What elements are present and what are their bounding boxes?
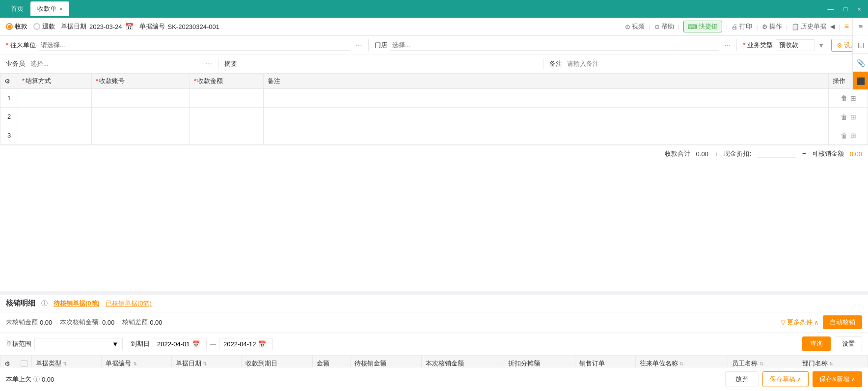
- radio-refund[interactable]: 退款: [33, 22, 55, 31]
- tab-receipt[interactable]: 收款单 ×: [30, 1, 69, 16]
- unchecked-stat: 未核销金额 0.00: [6, 318, 52, 327]
- bill-no-value[interactable]: SK-20230324-001: [168, 23, 220, 30]
- maximize-button[interactable]: □: [841, 4, 851, 14]
- row3-no: 3: [0, 126, 18, 145]
- radio-refund-label: 退款: [42, 22, 55, 31]
- summary-input[interactable]: [240, 58, 537, 69]
- row3-amount[interactable]: [190, 126, 264, 145]
- salesperson-dots-icon[interactable]: ···: [206, 59, 212, 68]
- discount-label: 现金折扣:: [724, 149, 751, 158]
- radio-receipt[interactable]: 收款: [6, 22, 27, 31]
- discount-input[interactable]: [757, 150, 796, 158]
- row1-amount[interactable]: [190, 89, 264, 108]
- counterpart-input[interactable]: [39, 40, 351, 51]
- tab-home[interactable]: 首页: [4, 1, 30, 16]
- row1-delete-button[interactable]: 🗑: [841, 94, 847, 102]
- tab-close-icon[interactable]: ×: [59, 6, 62, 12]
- auto-writeoff-button[interactable]: 自动核销: [823, 315, 862, 329]
- sep5: |: [786, 23, 787, 30]
- row2-actions: 🗑 ⊞: [829, 108, 868, 126]
- bill-date-value[interactable]: 2023-03-24: [89, 23, 122, 30]
- col-counterpart-label: 往来单位名称: [640, 360, 678, 367]
- due-date-from-input[interactable]: 2022-04-01 📅: [153, 338, 207, 350]
- row2-account[interactable]: [92, 108, 190, 126]
- row2-payment-method[interactable]: [18, 108, 92, 126]
- row1-remark[interactable]: [264, 89, 829, 108]
- sidebar-icon-expand[interactable]: ⬛: [853, 72, 868, 90]
- chevron-down-icon[interactable]: ▼: [818, 42, 824, 49]
- business-type-select[interactable]: 预收款: [776, 39, 815, 51]
- shop-input[interactable]: [390, 40, 719, 51]
- auto-writeoff-label: 自动核销: [830, 318, 855, 326]
- save-draft-button[interactable]: 保存草稿 ∧: [762, 371, 809, 387]
- divider3: [218, 58, 218, 70]
- row3-payment-method[interactable]: [18, 126, 92, 145]
- row2-remark[interactable]: [264, 108, 829, 126]
- help-action[interactable]: ⊙ 帮助: [654, 22, 674, 31]
- bill-no-label: 单据编号: [139, 22, 165, 31]
- sidebar-icon-attachment[interactable]: 📎: [853, 54, 868, 72]
- calendar-icon[interactable]: 📅: [125, 23, 134, 30]
- remark-input[interactable]: [565, 58, 862, 69]
- settings-bottom-icon[interactable]: ⚙: [4, 360, 10, 367]
- nav-prev[interactable]: ◀: [830, 23, 835, 30]
- abandon-button[interactable]: 放弃: [725, 371, 759, 387]
- operation-icon: ⚙: [762, 23, 768, 30]
- form-row-1: 往来单位 ··· 门店 ··· 业务类型 预收款 ▼ ⚙ 设置: [0, 36, 868, 55]
- due-date-to-value: 2022-04-12: [223, 340, 256, 348]
- col-bill-no-label: 单据编号: [106, 360, 131, 367]
- done-tab[interactable]: 已核销单据(0笔): [106, 299, 152, 308]
- col-due-date-label: 收款到期日: [245, 360, 277, 367]
- help-icon: ⊙: [654, 23, 660, 30]
- col-sales-order-label: 销售订单: [579, 360, 605, 367]
- business-type-field: 业务类型 预收款 ▼ ⚙ 设置: [743, 39, 862, 52]
- col-settings-header[interactable]: ⚙: [0, 74, 18, 89]
- win-controls: — □ ×: [825, 4, 864, 14]
- query-label: 查询: [810, 340, 823, 347]
- select-all-checkbox[interactable]: [21, 360, 27, 367]
- row1-copy-button[interactable]: ⊞: [850, 94, 856, 102]
- save-new-button[interactable]: 保存&新增 ∧: [813, 371, 862, 387]
- print-action[interactable]: 🖨 打印: [732, 22, 752, 31]
- more-conditions-button[interactable]: ▽ 更多条件 ∧: [781, 318, 819, 327]
- counterpart-dots-icon[interactable]: ···: [355, 41, 362, 50]
- range-select[interactable]: ▼: [34, 338, 123, 350]
- writeoff-title: 核销明细: [6, 299, 35, 308]
- sidebar-icon-table[interactable]: ▤: [853, 36, 868, 54]
- query-button[interactable]: 查询: [802, 336, 831, 351]
- col-bill-date-label: 单据日期: [176, 360, 201, 367]
- diff-stat: 核销差额 0.00: [122, 318, 162, 327]
- shop-dots-icon[interactable]: ···: [724, 41, 731, 50]
- row3-copy-button[interactable]: ⊞: [850, 132, 856, 140]
- pending-tab[interactable]: 待核销单据(0笔): [54, 299, 100, 308]
- close-button[interactable]: ×: [854, 4, 864, 14]
- row3-delete-button[interactable]: 🗑: [841, 132, 847, 140]
- summary-row: 收款合计 0.00 + 现金折扣: = 可核销金额 0.00: [0, 145, 868, 162]
- row2-copy-button[interactable]: ⊞: [850, 113, 856, 121]
- col-actions-label: 操作: [833, 77, 845, 84]
- history-action[interactable]: 📋 历史单据: [791, 22, 826, 31]
- row3-account[interactable]: [92, 126, 190, 145]
- toolbar-actions: ⊙ 视频 | ⊙ 帮助 | ⌨ 快捷键 | 🖨 打印 | ⚙ 操作: [625, 21, 862, 32]
- salesperson-input[interactable]: [28, 58, 201, 69]
- shortcut-button[interactable]: ⌨ 快捷键: [683, 21, 722, 32]
- row2-delete-button[interactable]: 🗑: [841, 113, 847, 121]
- row1-account[interactable]: [92, 89, 190, 108]
- minimize-button[interactable]: —: [825, 4, 837, 14]
- operation-action[interactable]: ⚙ 操作: [762, 22, 782, 31]
- sidebar-icon-list[interactable]: ≡: [853, 18, 868, 35]
- chevron-up-icon: ∧: [814, 319, 819, 326]
- summary-label: 摘要: [224, 59, 237, 68]
- more-conditions-label: 更多条件: [787, 318, 813, 327]
- info-icon[interactable]: ⓘ: [41, 299, 48, 308]
- remark-field: 备注: [549, 58, 862, 69]
- filter-settings-button[interactable]: 设置: [835, 336, 862, 351]
- due-date-to-input[interactable]: 2022-04-12 📅: [219, 338, 273, 350]
- row1-payment-method[interactable]: [18, 89, 92, 108]
- col-remark-label: 备注: [268, 77, 280, 84]
- net-label: 可核销金额: [812, 149, 844, 158]
- video-action[interactable]: ⊙ 视频: [625, 22, 645, 31]
- view-toggle-list[interactable]: ≡: [844, 22, 849, 31]
- row3-remark[interactable]: [264, 126, 829, 145]
- row2-amount[interactable]: [190, 108, 264, 126]
